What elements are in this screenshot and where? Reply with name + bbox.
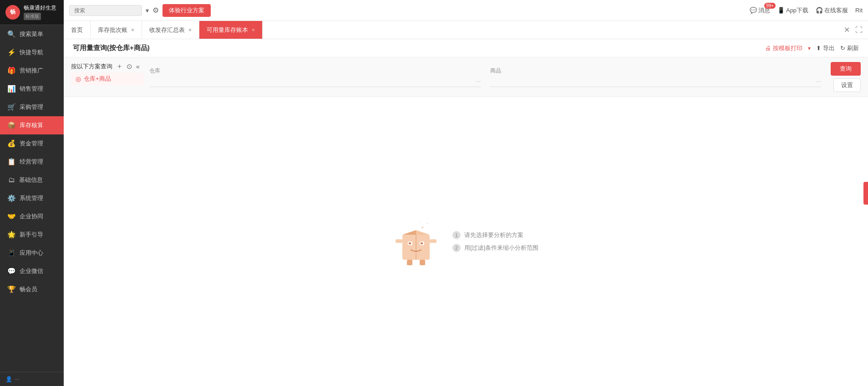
scheme-icon: ◎ xyxy=(76,75,81,82)
warehouse-input[interactable] xyxy=(149,78,476,85)
user-avatar-icon: 👤 xyxy=(5,376,12,382)
sidebar-item-purchase[interactable]: 🛒 采购管理 xyxy=(0,98,64,116)
sidebar-item-member[interactable]: 🏆 畅会员 xyxy=(0,280,64,299)
sidebar-item-label: 搜索菜单 xyxy=(20,30,43,38)
product-label: 商品 xyxy=(490,67,822,75)
sidebar-item-label: 快捷导航 xyxy=(20,48,43,57)
refresh-btn[interactable]: ↻ 刷新 xyxy=(840,44,859,52)
trophy-icon: 🏆 xyxy=(7,285,16,293)
money-icon: 💰 xyxy=(7,139,16,148)
query-btn[interactable]: 查询 xyxy=(831,62,861,76)
sidebar-item-operation[interactable]: 📋 经营管理 xyxy=(0,153,64,171)
tab-home[interactable]: 首页 xyxy=(64,21,91,39)
sidebar-item-system[interactable]: ⚙️ 系统管理 xyxy=(0,189,64,207)
add-scheme-btn[interactable]: ＋ xyxy=(116,62,123,71)
filter-schemes: 按以下方案查询 ＋ ⊙ « ◎ 仓库+商品 xyxy=(71,62,144,85)
sidebar-item-quick-nav[interactable]: ⚡ 快捷导航 xyxy=(0,43,64,62)
tab-close-all-btn[interactable]: ✕ xyxy=(842,24,852,36)
sidebar-title: 畅康通好生意 xyxy=(24,5,56,12)
user-menu-btn[interactable]: Rit xyxy=(855,7,863,14)
warehouse-more-icon[interactable]: ··· xyxy=(476,77,481,85)
sidebar-item-label: 资金管理 xyxy=(20,139,43,148)
svg-rect-7 xyxy=(421,242,423,244)
sidebar-item-label: 系统管理 xyxy=(20,194,43,202)
empty-illustration: ✦ ✦ ✦ xyxy=(393,216,439,267)
filter-actions: 查询 设置 xyxy=(831,62,861,92)
trial-industry-btn[interactable]: 体验行业方案 xyxy=(162,4,211,17)
filter-right: 仓库 ··· 商品 ··· 查询 设置 xyxy=(149,62,861,92)
warehouse-field: 仓库 ··· xyxy=(149,67,481,87)
sidebar-item-label: 企业微信 xyxy=(20,267,43,275)
print-btn[interactable]: 🖨 按模板打印 xyxy=(765,44,802,52)
product-input-wrap: ··· xyxy=(490,77,822,87)
product-input[interactable] xyxy=(490,78,817,85)
sidebar-item-label: 库存核算 xyxy=(20,121,43,129)
svg-rect-8 xyxy=(396,239,402,243)
product-more-icon[interactable]: ··· xyxy=(816,77,822,85)
right-edge-handle[interactable] xyxy=(863,182,868,205)
gear-icon: ⚙️ xyxy=(7,194,16,202)
sidebar-item-label: 销售管理 xyxy=(20,85,43,93)
manage-scheme-btn[interactable]: ⊙ xyxy=(127,62,132,71)
sidebar-item-label: 应用中心 xyxy=(20,249,43,257)
export-btn[interactable]: ⬆ 导出 xyxy=(816,44,835,52)
main-content: ✦ ✦ ✦ 1 请先选择要分析的方案 2 用[过滤]条件来缩小分析范围 xyxy=(64,97,868,386)
sidebar-item-label: 畅会员 xyxy=(20,285,37,293)
svg-rect-11 xyxy=(420,260,425,265)
sidebar-item-marketing[interactable]: 🎁 营销推广 xyxy=(0,62,64,80)
scheme-warehouse-product[interactable]: ◎ 仓库+商品 xyxy=(71,72,144,85)
headset-icon: 🎧 xyxy=(816,7,823,14)
tab-collect-receipt[interactable]: 收发存汇总表 × xyxy=(142,21,199,39)
sidebar-item-label: 新手引导 xyxy=(20,231,43,239)
filter-label: 按以下方案查询 xyxy=(71,62,112,71)
sidebar-item-newbie[interactable]: 🌟 新手引导 xyxy=(0,226,64,244)
tab-available-close[interactable]: × xyxy=(252,27,255,33)
star-icon: 🌟 xyxy=(7,231,16,239)
sidebar-logo: 畅 xyxy=(5,5,20,20)
sidebar-item-collab[interactable]: 🤝 企业协同 xyxy=(0,207,64,226)
sidebar-item-basic-info[interactable]: 🗂 基础信息 xyxy=(0,171,64,189)
gift-icon: 🎁 xyxy=(7,67,16,75)
app-download-btn[interactable]: 📱 App下载 xyxy=(777,6,808,15)
tip-num-2: 2 xyxy=(452,244,461,252)
sidebar-item-sales[interactable]: 📊 销售管理 xyxy=(0,80,64,98)
chart-icon: 📊 xyxy=(7,85,16,93)
topbar-gear-btn[interactable]: ⚙ xyxy=(152,6,159,15)
tab-batch-account[interactable]: 库存批次账 × xyxy=(91,21,142,39)
tabbar: 首页 库存批次账 × 收发存汇总表 × 可用量库存账本 × ✕ ⛶ xyxy=(64,21,868,39)
tab-collect-close[interactable]: × xyxy=(188,27,192,33)
export-label: 导出 xyxy=(823,44,835,52)
print-dropdown-btn[interactable]: ▾ xyxy=(808,45,811,51)
sidebar-item-app-center[interactable]: 📱 应用中心 xyxy=(0,244,64,262)
page-header: 可用量查询(按仓库+商品) 🖨 按模板打印 ▾ ⬆ 导出 ↻ 刷新 xyxy=(64,39,868,57)
sidebar-item-label: 采购管理 xyxy=(20,103,43,111)
message-icon: 💬 xyxy=(750,7,757,14)
sidebar-item-wechat[interactable]: 💬 企业微信 xyxy=(0,262,64,280)
app-download-label: App下载 xyxy=(786,6,808,15)
sidebar-item-finance[interactable]: 💰 资金管理 xyxy=(0,134,64,153)
svg-marker-1 xyxy=(402,230,416,235)
sidebar-header: 畅 畅康通好生意 标准版 xyxy=(0,0,64,25)
sidebar-item-search[interactable]: 🔍 搜索菜单 xyxy=(0,25,64,43)
product-field: 商品 ··· xyxy=(490,67,822,87)
tip-item-2: 2 用[过滤]条件来缩小分析范围 xyxy=(452,244,538,252)
sidebar-item-inventory[interactable]: 📦 库存核算 xyxy=(0,116,64,134)
search-input[interactable] xyxy=(69,5,142,16)
clipboard-icon: 📋 xyxy=(7,158,16,166)
page-title: 可用量查询(按仓库+商品) xyxy=(73,44,150,52)
tab-batch-close[interactable]: × xyxy=(131,27,134,33)
phone-icon: 📱 xyxy=(777,7,785,14)
online-service-btn[interactable]: 🎧 在线客服 xyxy=(816,6,848,15)
tab-expand-btn[interactable]: ⛶ xyxy=(853,24,864,36)
filter-settings-btn[interactable]: 设置 xyxy=(833,78,861,92)
svg-rect-9 xyxy=(430,239,437,243)
mobile-icon: 📱 xyxy=(7,249,16,257)
collapse-btn[interactable]: « xyxy=(136,63,140,70)
tip-text-2: 用[过滤]条件来缩小分析范围 xyxy=(464,244,538,252)
message-btn[interactable]: 💬 消息 99+ xyxy=(750,6,770,15)
lightning-icon: ⚡ xyxy=(7,48,16,57)
filter-area: 按以下方案查询 ＋ ⊙ « ◎ 仓库+商品 仓库 ··· xyxy=(64,57,868,97)
topbar-dropdown-btn[interactable]: ▾ xyxy=(146,7,149,14)
sidebar: 畅 畅康通好生意 标准版 🔍 搜索菜单 ⚡ 快捷导航 🎁 营销推广 📊 销售管理… xyxy=(0,0,64,386)
tab-available-qty[interactable]: 可用量库存账本 × xyxy=(199,21,263,39)
